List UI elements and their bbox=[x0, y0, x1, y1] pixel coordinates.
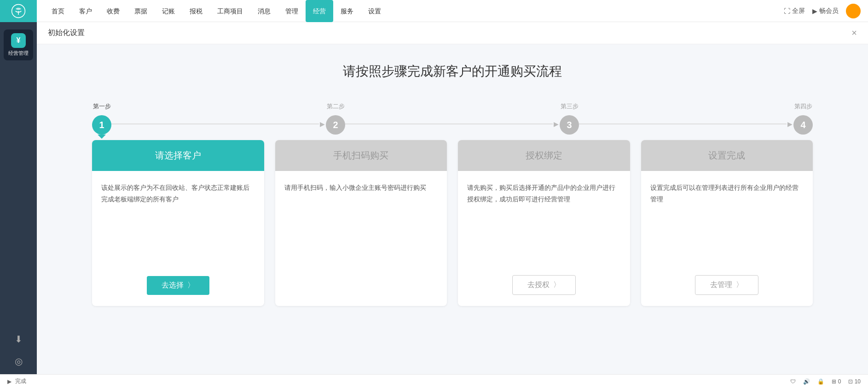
card-1-footer: 去选择 〉 bbox=[92, 269, 264, 306]
nav-item-6[interactable]: 工商项目 bbox=[210, 0, 250, 22]
card-4-header: 设置完成 bbox=[641, 140, 813, 171]
step-4-circle: 4 bbox=[793, 115, 813, 135]
play-icon: ▶ bbox=[812, 7, 817, 15]
go-auth-button[interactable]: 去授权 〉 bbox=[512, 275, 576, 295]
arrow-icon: 〉 bbox=[187, 281, 195, 290]
sidebar-item-label: 经营管理 bbox=[8, 50, 29, 57]
step-2-wrapper: 第二步 2 bbox=[326, 102, 345, 135]
counter-0: ⊞ 0 bbox=[832, 378, 841, 385]
business-icon: ¥ bbox=[11, 33, 26, 48]
nav-item-4[interactable]: 记账 bbox=[155, 0, 182, 22]
step-2-label: 第二步 bbox=[327, 102, 345, 111]
wizard-container: 请按照步骤完成新客户的开通购买流程 第一步 1 ▶ 第二步 2 bbox=[37, 44, 868, 324]
card-2-header: 手机扫码购买 bbox=[275, 140, 447, 171]
card-1-body: 该处展示的客户为不在回收站、客户状态正常建账后完成老板端绑定的所有客户 bbox=[92, 171, 264, 269]
fullscreen-icon: ⛶ bbox=[784, 7, 790, 15]
nav-right: ⛶ 全屏 ▶ 畅会员 bbox=[784, 4, 861, 18]
page-header: 初始化设置 × bbox=[37, 22, 868, 44]
arrow-icon-4: 〉 bbox=[736, 280, 743, 290]
step-2-circle: 2 bbox=[326, 115, 345, 135]
card-1-header: 请选择客户 bbox=[92, 140, 264, 171]
nav-item-11[interactable]: 设置 bbox=[361, 0, 388, 22]
card-step-4: 设置完成 设置完成后可以在管理列表进行所有企业用户的经营管理 去管理 〉 bbox=[641, 140, 813, 306]
step-4-wrapper: 第四步 4 bbox=[793, 102, 813, 135]
wizard-heading: 请按照步骤完成新客户的开通购买流程 bbox=[64, 63, 840, 80]
step-3-wrapper: 第三步 3 bbox=[560, 102, 579, 135]
status-right: 🛡 🔊 🔒 ⊞ 0 ⊡ 10 bbox=[790, 378, 861, 385]
status-bar: ▶ 完成 🛡 🔊 🔒 ⊞ 0 ⊡ 10 bbox=[0, 374, 868, 388]
main-content: 初始化设置 × 请按照步骤完成新客户的开通购买流程 第一步 1 ▶ 第二步 bbox=[37, 22, 868, 374]
step-1-label: 第一步 bbox=[93, 102, 111, 111]
nav-item-1[interactable]: 客户 bbox=[72, 0, 99, 22]
nav-item-9[interactable]: 经营 bbox=[306, 0, 333, 22]
shield-icon: 🛡 bbox=[790, 378, 796, 385]
nav-item-0[interactable]: 首页 bbox=[44, 0, 72, 22]
card-3-body: 请先购买，购买后选择开通的产品中的企业用户进行授权绑定，成功后即可进行经营管理 bbox=[458, 171, 630, 268]
close-button[interactable]: × bbox=[851, 28, 857, 38]
card-step-1: 请选择客户 该处展示的客户为不在回收站、客户状态正常建账后完成老板端绑定的所有客… bbox=[92, 140, 264, 306]
steps-indicator: 第一步 1 ▶ 第二步 2 ▶ bbox=[64, 102, 840, 135]
nav-item-3[interactable]: 票据 bbox=[127, 0, 155, 22]
page-title: 初始化设置 bbox=[48, 28, 85, 38]
card-4-footer: 去管理 〉 bbox=[641, 268, 813, 306]
status-text: 完成 bbox=[15, 377, 26, 385]
card-4-body: 设置完成后可以在管理列表进行所有企业用户的经营管理 bbox=[641, 171, 813, 268]
fullscreen-btn[interactable]: ⛶ 全屏 bbox=[784, 7, 805, 15]
sidebar-item-business[interactable]: ¥ 经营管理 bbox=[4, 29, 33, 60]
download-btn[interactable]: ⬇ bbox=[9, 330, 28, 348]
vip-btn[interactable]: ▶ 畅会员 bbox=[812, 7, 839, 15]
card-step-2: 手机扫码购买 请用手机扫码，输入小微企业主账号密码进行购买 bbox=[275, 140, 447, 306]
go-select-button[interactable]: 去选择 〉 bbox=[147, 276, 209, 295]
card-3-footer: 去授权 〉 bbox=[458, 268, 630, 306]
card-3-header: 授权绑定 bbox=[458, 140, 630, 171]
nav-item-2[interactable]: 收费 bbox=[99, 0, 127, 22]
sidebar-bottom: ⬇ ◎ bbox=[9, 330, 28, 374]
cards-row: 请选择客户 该处展示的客户为不在回收站、客户状态正常建账后完成老板端绑定的所有客… bbox=[64, 140, 840, 306]
step-3-label: 第三步 bbox=[561, 102, 579, 111]
go-manage-button[interactable]: 去管理 〉 bbox=[695, 275, 758, 295]
nav-item-5[interactable]: 报税 bbox=[182, 0, 210, 22]
card-2-body: 请用手机扫码，输入小微企业主账号密码进行购买 bbox=[275, 171, 447, 288]
app-logo[interactable] bbox=[0, 0, 37, 22]
step-4-label: 第四步 bbox=[794, 102, 812, 111]
avatar[interactable] bbox=[846, 4, 861, 18]
step-1-circle: 1 bbox=[92, 115, 111, 135]
arrow-icon-3: 〉 bbox=[553, 280, 561, 290]
volume-icon: 🔊 bbox=[803, 378, 810, 385]
nav-item-10[interactable]: 服务 bbox=[333, 0, 361, 22]
card-2-footer bbox=[275, 288, 447, 306]
step-1-wrapper: 第一步 1 bbox=[92, 102, 111, 135]
nav-item-8[interactable]: 管理 bbox=[278, 0, 306, 22]
sidebar: ¥ 经营管理 ⬇ ◎ bbox=[0, 22, 37, 374]
counter-10: ⊡ 10 bbox=[848, 378, 861, 385]
step-3-circle: 3 bbox=[560, 115, 579, 135]
card-step-3: 授权绑定 请先购买，购买后选择开通的产品中的企业用户进行授权绑定，成功后即可进行… bbox=[458, 140, 630, 306]
nav-item-7[interactable]: 消息 bbox=[250, 0, 278, 22]
lock-icon: 🔒 bbox=[817, 378, 824, 385]
top-nav: 首页客户收费票据记账报税工商项目消息管理经营服务设置 ⛶ 全屏 ▶ 畅会员 bbox=[37, 0, 868, 22]
support-btn[interactable]: ◎ bbox=[9, 352, 28, 370]
play-status-icon: ▶ bbox=[7, 378, 12, 385]
